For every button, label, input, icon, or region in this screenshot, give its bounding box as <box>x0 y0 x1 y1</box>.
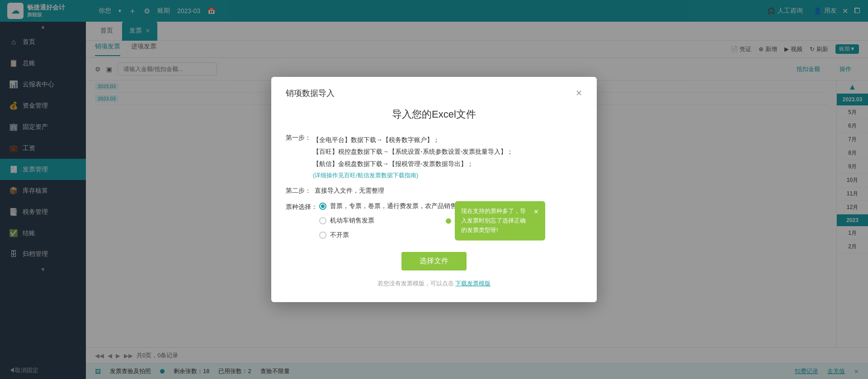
radio-group: 普票，专票，卷票，通行费发票，农产品销售发票 机动车销售发票 ✕ 现在支持的票种… <box>319 202 469 239</box>
step1-content: 【全电平台】数据下载→【税务数字账户】； 【百旺】税控盘数据下载→【系统设置-系… <box>313 134 513 180</box>
radio-3-circle[interactable] <box>319 232 326 239</box>
modal-close-btn[interactable]: ✕ <box>576 88 582 98</box>
download-hint: 若您没有发票模版，可以点击 下载发票模版 <box>286 280 582 288</box>
radio-1-circle[interactable] <box>319 203 326 210</box>
radio-2-circle[interactable] <box>319 217 326 224</box>
ticket-select-row: 票种选择： 普票，专票，卷票，通行费发票，农产品销售发票 机动车销售发票 <box>286 202 582 239</box>
tooltip-bubble: ✕ 现在支持的票种多了，导入发票时别忘了选择正确的发票类型呀! <box>455 201 545 240</box>
modal-overlay: 销项数据导入 ✕ 导入您的Excel文件 第一步： 【全电平台】数据下载→【税务… <box>0 0 868 379</box>
tooltip-close-btn[interactable]: ✕ <box>533 207 539 217</box>
step2-label: 第二步： <box>286 187 311 194</box>
modal-header: 销项数据导入 ✕ <box>286 88 582 99</box>
step1-line-1: 【全电平台】数据下载→【税务数字账户】； <box>313 134 513 146</box>
tooltip-dot <box>446 218 451 223</box>
step2-text: 直接导入文件，无需整理 <box>315 187 384 194</box>
step1-row: 第一步： 【全电平台】数据下载→【税务数字账户】； 【百旺】税控盘数据下载→【系… <box>286 134 582 180</box>
modal-main-title: 导入您的Excel文件 <box>286 108 582 121</box>
step2-row: 第二步： 直接导入文件，无需整理 <box>286 187 582 195</box>
select-file-btn[interactable]: 选择文件 <box>401 252 467 270</box>
import-modal: 销项数据导入 ✕ 导入您的Excel文件 第一步： 【全电平台】数据下载→【税务… <box>271 77 597 303</box>
step1-line-2: 【百旺】税控盘数据下载→【系统设置-系统参数设置-发票批量导入】； <box>313 146 513 158</box>
step1-label: 第一步： <box>286 134 311 142</box>
ticket-label: 票种选择： <box>286 202 317 211</box>
radio-item-2[interactable]: 机动车销售发票 ✕ 现在支持的票种多了，导入发票时别忘了选择正确的发票类型呀! <box>319 217 469 225</box>
step1-link[interactable]: (详细操作见百旺/航信发票数据下载指南) <box>313 171 513 180</box>
modal-title: 销项数据导入 <box>286 88 335 99</box>
tooltip-container: ✕ 现在支持的票种多了，导入发票时别忘了选择正确的发票类型呀! <box>446 201 545 240</box>
step1-line-3: 【航信】金税盘数据下载→【报税管理-发票数据导出】； <box>313 158 513 170</box>
download-template-link[interactable]: 下载发票模版 <box>455 280 491 287</box>
